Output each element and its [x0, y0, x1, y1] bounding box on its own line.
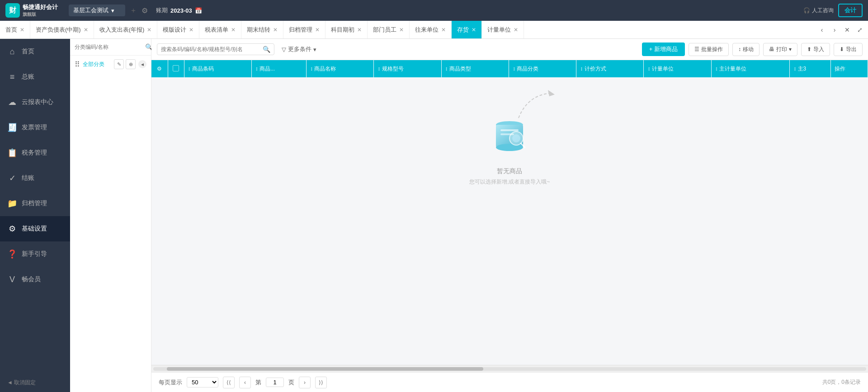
tab-dept-staff[interactable]: 部门员工 ✕ — [368, 21, 410, 39]
sidebar-item-invoice[interactable]: 🧾 发票管理 — [0, 115, 70, 140]
tab-close-inventory[interactable]: ✕ — [472, 27, 476, 33]
tab-close-balance[interactable]: ✕ — [84, 27, 88, 33]
next-page-btn[interactable]: › — [299, 377, 311, 388]
search-wrap: 🔍 — [157, 43, 274, 55]
invoice-icon: 🧾 — [7, 123, 17, 132]
panel-collapse-btn[interactable]: ◄ — [138, 60, 146, 68]
tab-close-income[interactable]: ✕ — [147, 27, 151, 33]
tab-close-clients[interactable]: ✕ — [441, 27, 446, 33]
th-price-method[interactable]: ↕ 计价方式 — [576, 60, 644, 77]
th-name[interactable]: ↕ 商品名称 — [306, 60, 373, 77]
product-search-icon[interactable]: 🔍 — [263, 46, 270, 53]
category-add-icon[interactable]: ⊕ — [126, 59, 136, 69]
th-actions: 操作 — [830, 60, 868, 77]
sidebar-item-cloud-reports[interactable]: ☁ 云报表中心 — [0, 90, 70, 115]
move-btn[interactable]: ↕ 移动 — [732, 43, 760, 56]
total-info: 共0页，0条记录 — [822, 378, 861, 386]
category-search-input[interactable] — [75, 44, 142, 50]
tab-subject-init[interactable]: 科目期初 ✕ — [326, 21, 368, 39]
ai-consult-btn[interactable]: 🎧 人工咨询 — [803, 7, 834, 14]
horizontal-scrollbar[interactable] — [151, 365, 868, 372]
tab-expand-btn[interactable]: ⤢ — [854, 24, 866, 36]
tab-inventory[interactable]: 存货 ✕ — [452, 21, 482, 39]
top-header: 财 畅捷通好会计 旗舰版 基层工会测试 ▾ ＋ ⚙ 账期 2023-03 📅 🎧… — [0, 0, 868, 21]
export-btn[interactable]: ⬇ 导出 — [834, 43, 863, 56]
th-checkbox[interactable] — [168, 60, 184, 77]
per-page-select[interactable]: 10 20 50 100 — [187, 377, 218, 387]
tab-next-btn[interactable]: › — [828, 24, 841, 36]
account-button[interactable]: 会计 — [838, 4, 863, 17]
tab-close-all-btn[interactable]: ✕ — [841, 24, 854, 36]
print-btn[interactable]: 🖶 打印 ▾ — [763, 43, 797, 56]
tab-home[interactable]: 首页 ✕ — [0, 21, 30, 39]
tab-unit[interactable]: 计量单位 ✕ — [482, 21, 524, 39]
all-category-label: 全部分类 — [83, 61, 104, 68]
sidebar-item-label: 基础设置 — [22, 225, 47, 233]
tab-close-subject[interactable]: ✕ — [357, 27, 362, 33]
svg-point-7 — [512, 134, 520, 142]
cloud-icon: ☁ — [7, 97, 17, 107]
prev-page-btn[interactable]: ‹ — [239, 377, 251, 388]
cancel-fixed-btn[interactable]: ◄ 取消固定 — [0, 373, 70, 392]
tab-tax-list[interactable]: 税表清单 ✕ — [199, 21, 241, 39]
pagination: 每页显示 10 20 50 100 ⟨⟨ ‹ 第 页 › ⟩⟩ 共0页，0条记录 — [151, 372, 868, 392]
import-btn[interactable]: ⬆ 导入 — [801, 43, 830, 56]
th-col3[interactable]: ↕ 主3 — [790, 60, 830, 77]
tab-bar: 首页 ✕ 资产负债表(中期) ✕ 收入支出表(年报) ✕ 模版设计 ✕ 税表清单… — [0, 21, 868, 39]
product-search-input[interactable] — [161, 46, 260, 52]
th-spec[interactable]: ↕ 规格型号 — [374, 60, 441, 77]
sidebar-item-vip[interactable]: V 畅会员 — [0, 267, 70, 292]
tab-close-template[interactable]: ✕ — [189, 27, 193, 33]
per-page-label: 每页显示 — [159, 378, 182, 387]
select-all-checkbox[interactable] — [173, 65, 179, 71]
sidebar-item-label: 归档管理 — [22, 199, 47, 208]
last-page-btn[interactable]: ⟩⟩ — [315, 377, 327, 388]
th-barcode[interactable]: ↕ 商品条码 — [184, 60, 251, 77]
category-edit-icon[interactable]: ✎ — [114, 59, 124, 69]
tab-clients[interactable]: 往来单位 ✕ — [410, 21, 452, 39]
sidebar-item-close-period[interactable]: ✓ 结账 — [0, 165, 70, 191]
tab-archive[interactable]: 归档管理 ✕ — [283, 21, 326, 39]
tab-prev-btn[interactable]: ‹ — [816, 24, 828, 36]
th-code[interactable]: ↕ 商品... — [251, 60, 306, 77]
tab-close-tax[interactable]: ✕ — [231, 27, 236, 33]
tab-template-design[interactable]: 模版设计 ✕ — [157, 21, 199, 39]
left-panel-container: 🔍 ⠿ 全部分类 ✎ ⊕ ◄ 🔍 — [70, 39, 868, 392]
th-main-unit[interactable]: ↕ 主计量单位 — [711, 60, 789, 77]
scroll-track[interactable] — [153, 367, 866, 371]
th-settings[interactable]: ⚙ — [151, 60, 168, 77]
sidebar-item-home[interactable]: ⌂ 首页 — [0, 39, 70, 64]
svg-rect-4 — [500, 129, 519, 131]
sidebar-item-guide[interactable]: ❓ 新手引导 — [0, 241, 70, 267]
home-icon: ⌂ — [7, 47, 17, 57]
tab-close-archive[interactable]: ✕ — [315, 27, 320, 33]
company-selector[interactable]: 基层工会测试 ▾ — [69, 5, 125, 16]
column-settings-icon[interactable]: ⚙ — [157, 66, 162, 72]
add-product-btn[interactable]: + 新增商品 — [642, 43, 685, 56]
sidebar-item-tax[interactable]: 📋 税务管理 — [0, 140, 70, 165]
tab-close-dept[interactable]: ✕ — [399, 27, 404, 33]
settings-btn[interactable]: ⚙ — [142, 6, 148, 15]
tab-close-period[interactable]: ✕ — [273, 27, 278, 33]
scroll-thumb[interactable] — [167, 367, 483, 371]
sidebar-item-archive[interactable]: 📁 归档管理 — [0, 191, 70, 216]
batch-action-btn[interactable]: ☰ 批量操作 — [689, 43, 729, 56]
th-type[interactable]: ↕ 商品类型 — [441, 60, 509, 77]
th-unit[interactable]: ↕ 计量单位 — [644, 60, 711, 77]
sidebar-item-general-ledger[interactable]: ≡ 总账 — [0, 64, 70, 90]
first-page-btn[interactable]: ⟨⟨ — [223, 377, 235, 388]
page-input[interactable] — [266, 378, 284, 387]
sidebar-item-basic-settings[interactable]: ⚙ 基础设置 — [0, 216, 70, 241]
th-category[interactable]: ↕ 商品分类 — [509, 60, 576, 77]
tab-close-unit[interactable]: ✕ — [514, 27, 518, 33]
tab-period-transfer[interactable]: 期末结转 ✕ — [241, 21, 283, 39]
tab-balance-sheet[interactable]: 资产负债表(中期) ✕ — [30, 21, 94, 39]
sidebar-item-label: 总账 — [22, 73, 34, 81]
tab-income-statement[interactable]: 收入支出表(年报) ✕ — [94, 21, 158, 39]
calendar-icon[interactable]: 📅 — [195, 7, 202, 14]
more-conditions-btn[interactable]: ▽ 更多条件 ▾ — [278, 43, 320, 55]
add-tab-btn[interactable]: ＋ — [130, 6, 137, 15]
batch-icon: ☰ — [694, 46, 699, 52]
all-category-item[interactable]: ⠿ 全部分类 ✎ ⊕ ◄ — [70, 56, 151, 73]
tab-close-home[interactable]: ✕ — [20, 27, 24, 33]
